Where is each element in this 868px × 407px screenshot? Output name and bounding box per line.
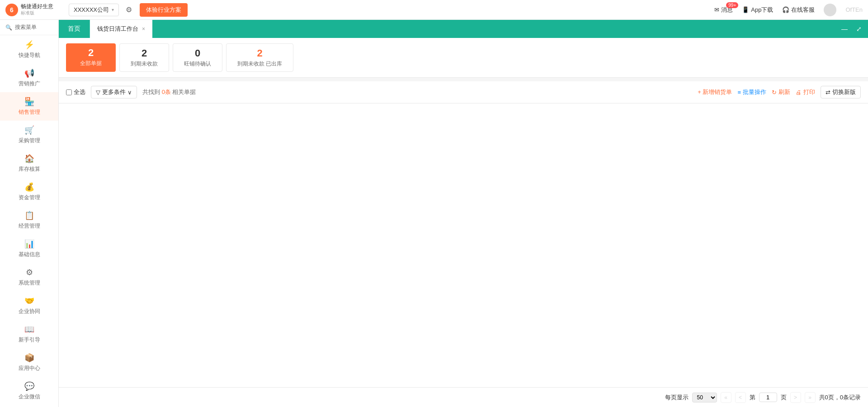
sidebar-label-system: 系统管理 [19,279,40,287]
main-layout: 🔍 搜索菜单 ⚡ 快捷导航 📢 营销推广 🏪 销售管理 🛒 采购管理 🏠 库存核… [0,20,868,407]
sidebar-label-app-center: 应用中心 [19,365,40,372]
add-sales-order-btn[interactable]: + 新增销货单 [698,88,732,96]
sidebar-item-system[interactable]: ⚙ 系统管理 [0,263,58,291]
online-service-btn[interactable]: 🎧 在线客服 [782,6,815,14]
sidebar-label-cooperation: 企业协同 [19,308,40,315]
top-header: 6 畅捷通好生意 标准版 XXXXXX公司 ▾ ⚙ 体验行业方案 ✉ 消息 99… [0,0,868,20]
batch-operation-btn[interactable]: ≡ 批量操作 [737,88,766,96]
tab-close-icon[interactable]: × [142,26,145,32]
sidebar-item-guide[interactable]: 📖 新手引导 [0,320,58,348]
print-btn[interactable]: 🖨 打印 [796,88,815,96]
sidebar-search[interactable]: 🔍 搜索菜单 [0,20,58,35]
stat-number-out-of-stock: 2 [237,47,282,59]
sidebar-item-sales[interactable]: 🏪 销售管理 [0,92,58,121]
stat-number-all: 2 [77,47,105,59]
toolbar-right: + 新增销货单 ≡ 批量操作 ↻ 刷新 🖨 打印 ⇄ [698,86,861,98]
stat-card-overdue[interactable]: 2 到期未收款 [119,43,169,72]
avatar[interactable] [824,4,836,16]
service-icon: 🎧 [782,6,789,13]
message-btn[interactable]: ✉ 消息 99+ [714,6,733,14]
prev-page-btn[interactable]: < [735,392,746,403]
found-prefix: 共找到 [142,89,160,95]
sidebar-label-quick-nav: 快捷导航 [19,51,40,59]
toolbar: 全选 ▽ 更多条件 ∨ 共找到 0条 相关单据 + 新增销货单 ≡ 批量操作 [59,81,868,103]
print-label: 打印 [803,88,815,96]
filter-button[interactable]: ▽ 更多条件 ∨ [91,86,137,98]
batch-icon: ≡ [737,89,741,96]
select-all-checkbox[interactable]: 全选 [66,88,85,96]
message-badge: 99+ [726,2,738,8]
stat-card-pending[interactable]: 0 旺铺待确认 [173,43,222,72]
sidebar-label-purchase: 采购管理 [19,137,40,145]
sidebar-item-inventory[interactable]: 🏠 库存核算 [0,149,58,178]
logo-area: 6 畅捷通好生意 标准版 [5,3,64,17]
sidebar-item-wechat[interactable]: 💬 企业微信 [0,377,58,405]
filter-arrow: ∨ [127,89,132,96]
stat-label-out-of-stock: 到期未收款 已出库 [237,60,282,68]
service-label: 在线客服 [791,6,815,14]
stat-number-overdue: 2 [131,47,158,59]
filter-label: 更多条件 [102,88,126,96]
batch-label: 批量操作 [743,88,766,96]
sidebar-item-app-center[interactable]: 📦 应用中心 [0,348,58,377]
app-download-label: App下载 [751,6,773,14]
wechat-icon: 💬 [24,381,34,391]
purchase-icon: 🛒 [24,125,34,135]
stat-card-all[interactable]: 2 全部单据 [66,43,116,72]
stat-label-pending: 旺铺待确认 [184,60,211,68]
header-right: ✉ 消息 99+ 📱 App下载 🎧 在线客服 OfTEn [714,4,863,16]
stats-row: 2 全部单据 2 到期未收款 0 旺铺待确认 2 到期未收款 已出库 [59,38,868,78]
tab-active[interactable]: 钱货日清工作台 × [90,20,152,38]
stat-label-all: 全部单据 [77,60,105,67]
maximize-btn[interactable]: ⤢ [854,23,864,34]
page-label: 第 [750,393,755,402]
stat-card-out-of-stock[interactable]: 2 到期未收款 已出库 [226,43,293,72]
page-content: 2 全部单据 2 到期未收款 0 旺铺待确认 2 到期未收款 已出库 [59,38,868,407]
select-all-input[interactable] [66,89,72,95]
pagination: 每页显示 50 10 20 100 « < 第 页 > » 共0页，0条记录 [59,387,868,407]
sidebar-item-quick-nav[interactable]: ⚡ 快捷导航 [0,35,58,64]
app-download-btn[interactable]: 📱 App下载 [742,6,773,14]
found-suffix: 相关单据 [172,89,196,95]
print-icon: 🖨 [796,89,802,96]
finance-icon: 💰 [24,182,34,192]
sidebar-item-operations[interactable]: 📋 经营管理 [0,206,58,234]
next-page-btn[interactable]: > [790,392,801,403]
logo-icon: 6 [5,4,18,16]
refresh-icon: ↻ [772,89,777,96]
company-selector[interactable]: XXXXXX公司 ▾ [69,4,119,16]
sidebar-item-member[interactable]: 👑 畅会员 [0,405,58,407]
system-icon: ⚙ [26,267,33,277]
minimize-btn[interactable]: — [839,23,850,34]
sidebar-item-purchase[interactable]: 🛒 采购管理 [0,121,58,149]
sidebar: 🔍 搜索菜单 ⚡ 快捷导航 📢 营销推广 🏪 销售管理 🛒 采购管理 🏠 库存核… [0,20,59,407]
switch-version-btn[interactable]: ⇄ 切换新版 [821,86,861,98]
sidebar-item-cooperation[interactable]: 🤝 企业协同 [0,291,58,320]
tab-home[interactable]: 首页 [59,20,90,38]
avatar-name: OfTEn [845,6,863,13]
sidebar-item-basic-info[interactable]: 📊 基础信息 [0,234,58,263]
sidebar-label-sales: 销售管理 [19,108,40,116]
first-page-btn[interactable]: « [721,392,731,403]
search-label: 搜索菜单 [15,23,37,31]
sidebar-label-finance: 资金管理 [19,194,40,201]
sidebar-label-guide: 新手引导 [19,336,40,344]
tab-bar: 首页 钱货日清工作台 × — ⤢ [59,20,868,38]
tab-controls: — ⤢ [839,23,868,34]
settings-icon[interactable]: ⚙ [123,4,135,16]
cooperation-icon: 🤝 [24,296,34,306]
sidebar-label-marketing: 营销推广 [19,80,40,88]
logo-name: 畅捷通好生意 [21,3,53,10]
per-page-label: 每页显示 [665,393,689,402]
sidebar-label-operations: 经营管理 [19,222,40,230]
quick-nav-icon: ⚡ [24,40,34,50]
last-page-btn[interactable]: » [805,392,816,403]
refresh-btn[interactable]: ↻ 刷新 [772,88,790,96]
tab-active-label: 钱货日清工作台 [97,25,138,33]
page-number-input[interactable] [759,393,777,402]
sidebar-item-marketing[interactable]: 📢 营销推广 [0,64,58,92]
per-page-select[interactable]: 50 10 20 100 [692,393,717,402]
trial-button[interactable]: 体验行业方案 [140,3,188,17]
sales-icon: 🏪 [24,97,34,107]
sidebar-item-finance[interactable]: 💰 资金管理 [0,178,58,206]
